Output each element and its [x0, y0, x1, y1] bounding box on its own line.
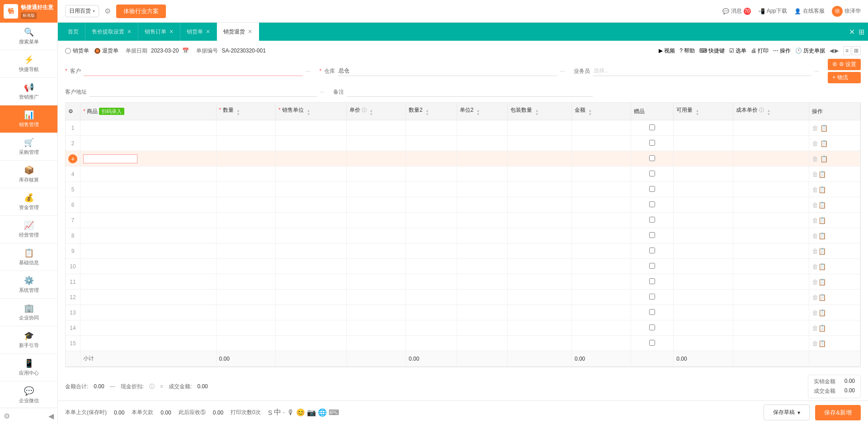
settings-btn[interactable]: ⚙ ⚙ 设置: [828, 59, 861, 70]
row-2-unit2[interactable]: [457, 136, 508, 151]
warehouse-input[interactable]: 总仓: [338, 66, 557, 76]
row-3-quantity[interactable]: [216, 151, 276, 167]
row-1-sales-unit[interactable]: [276, 120, 346, 136]
row-1-product[interactable]: [80, 120, 217, 136]
toolbar-shortcut-btn[interactable]: ⌨ 快捷键: [699, 47, 725, 55]
online-service-btn[interactable]: 👤 在线客服: [794, 7, 825, 15]
row-3-available[interactable]: [674, 151, 733, 167]
row-3-delete-icon[interactable]: 🗑: [812, 155, 818, 162]
customer-more-icon[interactable]: ···: [306, 68, 310, 74]
available-sort-icon[interactable]: ▲▼: [696, 109, 699, 116]
note-input[interactable]: [347, 87, 592, 97]
tab-sales-order[interactable]: 销售订单 ✕: [138, 23, 180, 41]
qty-sort-icon[interactable]: ▲▼: [236, 109, 240, 116]
row-2-gift-checkbox[interactable]: [649, 140, 655, 146]
r4u[interactable]: [276, 167, 346, 182]
sidebar-item-newbie[interactable]: 🎓 新手引导: [0, 326, 57, 354]
row-3-product[interactable]: [80, 151, 217, 167]
row-1-copy-icon[interactable]: 📋: [820, 124, 828, 132]
row-2-amount[interactable]: [571, 136, 631, 151]
sougou-icon[interactable]: S: [268, 409, 272, 416]
staff-input[interactable]: 选择...: [593, 66, 811, 76]
input-icon4[interactable]: 😊: [296, 408, 305, 417]
input-icon2[interactable]: ·: [283, 409, 285, 417]
tab-sales-delivery-close-icon[interactable]: ✕: [206, 29, 210, 35]
row-1-gift-checkbox[interactable]: [649, 124, 655, 130]
scan-btn[interactable]: 扫码录入: [99, 108, 124, 115]
row-1-quantity[interactable]: [216, 120, 276, 136]
row-3-gift[interactable]: [631, 151, 674, 167]
app-download-btn[interactable]: 📲 App下载: [758, 7, 787, 15]
toolbar-print-btn[interactable]: 🖨 打印: [751, 47, 769, 55]
input-icon5[interactable]: 📷: [307, 408, 316, 417]
toolbar-select-btn[interactable]: ☑ 选单: [729, 47, 746, 55]
row-3-amount[interactable]: [571, 151, 631, 167]
input-icon6[interactable]: 🌐: [318, 408, 327, 417]
row-3-copy-icon[interactable]: 📋: [820, 155, 828, 162]
list-view-btn[interactable]: ≡: [843, 46, 851, 55]
row-3-quantity2[interactable]: [406, 151, 457, 167]
toolbar-history-btn[interactable]: 🕐 历史单据: [795, 47, 825, 55]
sidebar-item-marketing[interactable]: 📢 营销推广: [0, 78, 57, 105]
r4q2[interactable]: [406, 167, 457, 182]
grid-view-btn[interactable]: ⊞: [852, 46, 861, 55]
row-2-delete-icon[interactable]: 🗑: [812, 140, 818, 147]
input-icon7[interactable]: ⌨: [329, 408, 339, 417]
user-profile-btn[interactable]: 徐 徐泽华: [832, 6, 861, 17]
radio-sale[interactable]: 销货单: [65, 47, 89, 55]
row-1-unit2[interactable]: [457, 120, 508, 136]
toolbar-help-btn[interactable]: ? 帮助: [679, 47, 695, 55]
amount-sort-icon[interactable]: ▲▼: [588, 109, 592, 116]
logistics-btn[interactable]: + 物流: [828, 72, 861, 83]
sidebar-item-inventory[interactable]: 📦 库存核算: [0, 161, 57, 188]
r4a[interactable]: [571, 167, 631, 182]
staff-more-icon[interactable]: ···: [814, 68, 819, 74]
costprice-sort-icon[interactable]: ▲▼: [767, 109, 771, 116]
qty2-sort-icon[interactable]: ▲▼: [425, 109, 429, 116]
radio-sale-input[interactable]: [65, 48, 71, 54]
unit-sort-icon[interactable]: ▲▼: [307, 109, 310, 116]
sidebar-item-search[interactable]: 🔍 搜索菜单: [0, 23, 57, 50]
radio-return-input[interactable]: [94, 48, 100, 54]
row-3-unit2[interactable]: [457, 151, 508, 167]
price-sort-icon[interactable]: ▲▼: [369, 109, 373, 116]
calendar-icon[interactable]: 📅: [182, 48, 189, 54]
row-2-quantity2[interactable]: [406, 136, 457, 151]
tab-sales-delivery[interactable]: 销货单 ✕: [180, 23, 217, 41]
radio-return[interactable]: 退货单: [94, 47, 118, 55]
sidebar-item-sales[interactable]: 📊 销售管理: [0, 105, 57, 133]
row-1-pack-qty[interactable]: [508, 120, 571, 136]
r4-del[interactable]: 🗑: [812, 171, 818, 178]
row-3-unit-price[interactable]: [346, 151, 406, 167]
row-2-pack-qty[interactable]: [508, 136, 571, 151]
row-1-gift[interactable]: [631, 120, 674, 136]
tab-price-setting[interactable]: 售价提取设置 ✕: [85, 23, 138, 41]
message-btn[interactable]: 💬 消息 70: [722, 7, 751, 15]
unit-price-info-icon[interactable]: ⓘ: [362, 107, 367, 113]
row-1-quantity2[interactable]: [406, 120, 457, 136]
row-3-cost-price[interactable]: [733, 151, 809, 167]
toolbar-video-btn[interactable]: ▶ 视频: [659, 47, 675, 55]
sidebar-item-system[interactable]: ⚙️ 系统管理: [0, 271, 57, 299]
row-2-unit-price[interactable]: [346, 136, 406, 151]
r4q[interactable]: [216, 167, 276, 182]
sidebar-item-enterprise[interactable]: 🏢 企业协同: [0, 299, 57, 326]
sidebar-item-wechat[interactable]: 💬 企业微信: [0, 381, 57, 408]
number-value[interactable]: SA-20230320-001: [222, 48, 265, 54]
save-new-button[interactable]: 保存&新增: [815, 405, 861, 420]
row-2-sales-unit[interactable]: [276, 136, 346, 151]
r4g[interactable]: [631, 167, 674, 182]
row-2-gift[interactable]: [631, 136, 674, 151]
r4-copy[interactable]: 📋: [818, 171, 826, 178]
row-1-cost-price[interactable]: [733, 120, 809, 136]
r4u2[interactable]: [457, 167, 508, 182]
row-3-product-input[interactable]: [83, 154, 137, 163]
tab-sales-return[interactable]: 销货退货 ✕: [217, 23, 259, 41]
r4pq[interactable]: [508, 167, 571, 182]
sidebar-item-purchase[interactable]: 🛒 采购管理: [0, 133, 57, 161]
tab-sales-return-close-icon[interactable]: ✕: [248, 29, 252, 35]
row-3-gift-checkbox[interactable]: [649, 155, 655, 161]
toolbar-operation-btn[interactable]: ⋯ 操作: [773, 47, 791, 55]
industry-select[interactable]: 日用百货 ▾: [65, 5, 99, 17]
prev-btn[interactable]: ◀: [830, 48, 834, 54]
